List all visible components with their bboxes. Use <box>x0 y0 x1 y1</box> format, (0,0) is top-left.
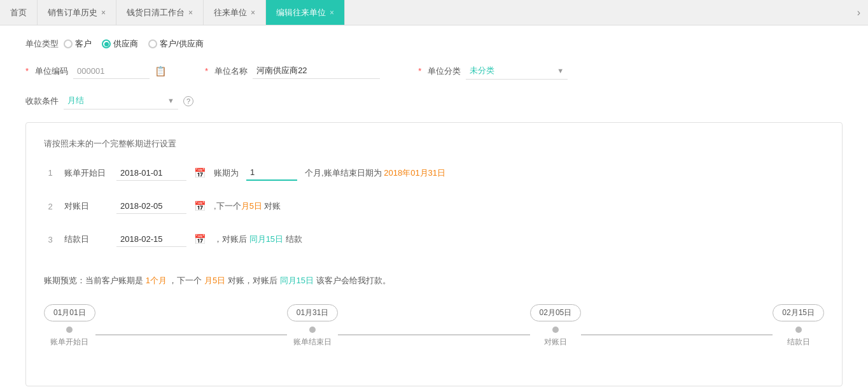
period-end-desc: 个月,账单结束日期为 2018年01月31日 <box>305 167 445 179</box>
calendar-icon-2[interactable]: 📅 <box>194 201 206 212</box>
settings-box: 请按照未来的一个完整帐期进行设置 1 账单开始日 📅 账期为 个月,账单结束日期… <box>25 122 843 386</box>
radio-circle-both <box>148 39 157 48</box>
row-label-2: 对账日 <box>64 201 109 212</box>
tab-label: 销售订单历史 <box>48 7 97 18</box>
timeline-label-1: 账单开始日 <box>50 337 88 348</box>
reconcile-desc: ,下一个月5日 对账 <box>214 201 281 212</box>
preview-suffix: 该客户会给我打款。 <box>316 276 391 285</box>
copy-icon[interactable]: 📋 <box>155 66 167 77</box>
timeline-badge-4: 02月15日 <box>773 304 824 321</box>
timeline-label-2: 账单结束日 <box>293 337 332 348</box>
preview-middle1: ，下一个 <box>169 276 202 285</box>
row-number-2: 2 <box>44 202 57 211</box>
timeline-point-1: 01月01日 账单开始日 <box>44 304 95 348</box>
reconcile-date-input[interactable] <box>116 199 186 214</box>
tab-more-button[interactable]: › <box>850 0 868 25</box>
tab-sales-history[interactable]: 销售订单历史 × <box>38 0 116 25</box>
preview-payment-day: 同月15日 <box>280 276 314 285</box>
unit-classify-label: 单位分类 <box>428 66 461 77</box>
row-label-3: 结款日 <box>64 234 109 245</box>
timeline-line-1 <box>95 334 287 335</box>
preview-reconcile-day: 月5日 <box>204 276 225 285</box>
radio-circle-supplier <box>102 39 111 48</box>
tab-partners[interactable]: 往来单位 × <box>204 0 266 25</box>
timeline-point-4: 02月15日 结款日 <box>773 304 824 348</box>
tab-label: 钱货日清工作台 <box>127 7 185 18</box>
calendar-icon-1[interactable]: 📅 <box>194 167 206 179</box>
unit-type-group: 单位类型 客户 供应商 客户/供应商 <box>25 38 204 50</box>
unit-info-row: * 单位编码 📋 * 单位名称 * 单位分类 未分类 ▼ <box>25 62 843 80</box>
settings-row-2: 2 对账日 📅 ,下一个月5日 对账 <box>44 199 824 214</box>
payment-terms-row: 收款条件 月结 ▼ ? <box>25 92 843 109</box>
payment-terms-dropdown[interactable]: 月结 ▼ <box>64 92 178 109</box>
help-icon[interactable]: ? <box>183 96 193 106</box>
close-icon[interactable]: × <box>330 8 334 17</box>
radio-group: 客户 供应商 客户/供应商 <box>64 38 204 50</box>
preview-middle2: 对账，对账后 <box>228 276 277 285</box>
unit-type-label: 单位类型 <box>25 38 59 50</box>
reconcile-day-highlight: 月5日 <box>241 201 262 211</box>
preview-prefix: 账期预览：当前客户账期是 <box>44 276 143 285</box>
timeline: 01月01日 账单开始日 01月31日 账单结束日 02月05日 对账日 <box>44 304 824 348</box>
settings-row-1: 1 账单开始日 📅 账期为 个月,账单结束日期为 2018年01月31日 <box>44 165 824 181</box>
tab-label: 编辑往来单位 <box>276 7 326 18</box>
tab-home[interactable]: 首页 <box>0 0 38 25</box>
radio-customer[interactable]: 客户 <box>64 38 92 50</box>
unit-classify-dropdown[interactable]: 未分类 ▼ <box>466 62 568 80</box>
chevron-down-icon: ▼ <box>557 67 564 74</box>
timeline-badge-3: 02月05日 <box>530 304 582 321</box>
end-date-highlight: 2018年01月31日 <box>384 168 445 178</box>
settings-row-3: 3 结款日 📅 ，对账后 同月15日 结款 <box>44 232 824 247</box>
payment-terms-value: 月结 <box>67 95 165 106</box>
radio-circle-customer <box>64 39 73 48</box>
timeline-dot-2 <box>309 327 316 333</box>
row-label-1: 账单开始日 <box>64 167 109 179</box>
radio-supplier[interactable]: 供应商 <box>102 38 138 50</box>
unit-type-row: 单位类型 客户 供应商 客户/供应商 <box>25 38 843 50</box>
tab-bar: 首页 销售订单历史 × 钱货日清工作台 × 往来单位 × 编辑往来单位 × › <box>0 0 868 25</box>
timeline-badge-2: 01月31日 <box>287 304 339 321</box>
unit-classify-value: 未分类 <box>470 65 554 76</box>
timeline-dot-4 <box>795 327 802 333</box>
unit-code-input[interactable] <box>73 64 150 79</box>
timeline-label-3: 对账日 <box>544 337 567 348</box>
required-star: * <box>418 66 421 76</box>
tab-label: 往来单位 <box>214 7 247 18</box>
close-icon[interactable]: × <box>251 8 255 17</box>
month-count-input[interactable] <box>246 165 297 181</box>
unit-classify-group: * 单位分类 未分类 ▼ <box>418 62 568 80</box>
unit-name-input[interactable] <box>253 64 380 79</box>
timeline-point-2: 01月31日 账单结束日 <box>287 304 339 348</box>
payment-terms-group: 收款条件 月结 ▼ ? <box>25 92 193 109</box>
preview-text: 账期预览：当前客户账期是 1个月 ，下一个 月5日 对账，对账后 同月15日 该… <box>44 275 824 286</box>
timeline-point-3: 02月05日 对账日 <box>530 304 582 348</box>
preview-months: 1个月 <box>146 276 167 285</box>
payment-terms-label: 收款条件 <box>25 95 59 107</box>
radio-supplier-label: 供应商 <box>113 38 138 50</box>
timeline-dot-3 <box>552 327 559 333</box>
settings-title: 请按照未来的一个完整帐期进行设置 <box>44 138 824 150</box>
row-number-3: 3 <box>44 235 57 244</box>
required-star: * <box>205 66 208 76</box>
timeline-dot-1 <box>66 327 73 333</box>
close-icon[interactable]: × <box>188 8 193 17</box>
payment-day-highlight: 同月15日 <box>249 234 283 244</box>
radio-both[interactable]: 客户/供应商 <box>148 38 204 50</box>
preview-section: 账期预览：当前客户账期是 1个月 ，下一个 月5日 对账，对账后 同月15日 该… <box>44 265 824 358</box>
calendar-icon-3[interactable]: 📅 <box>194 234 206 245</box>
payment-desc: ，对账后 同月15日 结款 <box>214 234 302 245</box>
timeline-line-2 <box>338 334 529 335</box>
timeline-label-4: 结款日 <box>787 337 810 348</box>
tab-cash-workbench[interactable]: 钱货日清工作台 × <box>116 0 204 25</box>
timeline-badge-1: 01月01日 <box>44 304 95 321</box>
main-content: 单位类型 客户 供应商 客户/供应商 * 单位编码 <box>0 25 868 387</box>
period-desc: 账期为 <box>214 167 239 179</box>
chevron-down-icon: ▼ <box>167 97 174 104</box>
unit-name-group: * 单位名称 <box>205 64 380 79</box>
close-icon[interactable]: × <box>101 8 106 17</box>
tab-edit-partner[interactable]: 编辑往来单位 × <box>266 0 345 25</box>
payment-date-input[interactable] <box>116 232 186 247</box>
unit-code-group: * 单位编码 📋 <box>25 64 167 79</box>
tab-label: 首页 <box>10 7 27 18</box>
start-date-input[interactable] <box>116 165 186 181</box>
